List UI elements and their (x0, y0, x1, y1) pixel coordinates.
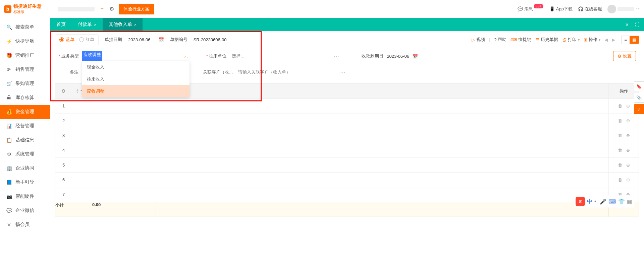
tag-tool-icon[interactable]: 🔖 (634, 81, 644, 91)
ime-punct-icon[interactable]: •, (594, 198, 598, 204)
sidebar-item-label: 营销推广 (15, 52, 34, 58)
copy-row-icon[interactable]: ⊕ (626, 133, 630, 138)
table-row[interactable]: 7 🗑 ⊕ (55, 187, 639, 202)
expand-tool-icon[interactable]: ⤢ (634, 104, 644, 114)
delete-row-icon[interactable]: 🗑 (618, 133, 622, 138)
sidebar-icon: ⚡ (6, 39, 12, 44)
video-button[interactable]: ▷视频 (472, 37, 485, 43)
sidebar-item[interactable]: 📋基础信息 (0, 133, 50, 147)
sidebar-item-label: 快捷导航 (15, 38, 34, 44)
table-settings-icon[interactable]: ⚙ (55, 84, 72, 98)
sidebar-item[interactable]: 🔍搜索菜单 (0, 20, 50, 34)
dropdown-option[interactable]: 往来收入 (82, 73, 190, 85)
sidebar-item[interactable]: V畅会员 (0, 218, 50, 232)
sidebar-item[interactable]: ⚡快捷导航 (0, 34, 50, 48)
ime-lang[interactable]: 中 (587, 198, 592, 205)
ime-grid-icon[interactable]: ▦ (627, 198, 632, 205)
view-card-icon[interactable]: ▦ (630, 36, 639, 44)
close-icon[interactable]: × (94, 22, 97, 27)
next-icon[interactable]: ▶ (612, 37, 615, 42)
more-icon[interactable]: ⋯ (334, 53, 340, 59)
help-button[interactable]: ?帮助 (494, 37, 506, 43)
view-toggle: ≡ ▦ (621, 36, 639, 44)
calendar-icon[interactable]: 📅 (413, 54, 418, 59)
user-menu[interactable]: ﹀ (607, 5, 640, 13)
sidebar-item[interactable]: 📊经营管理 (0, 119, 50, 133)
sidebar-item-label: 库存核算 (15, 95, 34, 101)
avatar (607, 5, 616, 13)
tenant-selector[interactable]: ﹀ (58, 6, 105, 12)
tab[interactable]: 首页 (50, 18, 72, 31)
tab[interactable]: 付款单× (72, 18, 103, 31)
delete-row-icon[interactable]: 🗑 (618, 103, 622, 108)
ime-logo-icon[interactable]: S (576, 197, 585, 206)
sidebar-item[interactable]: 🏛库存核算 (0, 91, 50, 105)
copy-row-icon[interactable]: ⊕ (626, 148, 630, 153)
messages-link[interactable]: 💬 消息 99+ (518, 6, 544, 12)
table-row[interactable]: 1 🗑 ⊕ (55, 98, 639, 113)
list-icon: ☰ (535, 37, 539, 42)
support-link[interactable]: 🎧 在线客服 (578, 6, 602, 12)
sidebar-icon: 🛒 (6, 81, 12, 86)
ime-mic-icon[interactable]: 🎤 (600, 198, 606, 205)
cta-button[interactable]: 体验行业方案 (119, 4, 154, 14)
radio-blue[interactable]: 蓝单 (59, 37, 74, 43)
calendar-icon[interactable]: 📅 (159, 37, 164, 42)
app-download-link[interactable]: 📱 App下载 (549, 6, 573, 12)
gear-icon[interactable]: ⚙ (109, 6, 114, 12)
table-row[interactable]: 3 🗑 ⊕ (55, 128, 639, 143)
unit-input[interactable] (230, 51, 330, 61)
sidebar-item[interactable]: 💰资金管理 (0, 105, 50, 119)
delete-row-icon[interactable]: 🗑 (618, 148, 622, 153)
sidebar-item[interactable]: 🎁营销推广 (0, 48, 50, 62)
table-row[interactable]: 6 🗑 ⊕ (55, 172, 639, 187)
settings-button[interactable]: ⚙ 设置 (613, 51, 636, 61)
delete-row-icon[interactable]: 🗑 (618, 177, 622, 182)
view-list-icon[interactable]: ≡ (622, 36, 630, 44)
ime-keyboard-icon[interactable]: ⌨ (608, 198, 616, 205)
delete-row-icon[interactable]: 🗑 (618, 118, 622, 123)
delete-row-icon[interactable]: 🗑 (618, 163, 622, 168)
rel-cust-input[interactable] (236, 67, 337, 77)
chevron-up-icon[interactable]: ︿ (184, 53, 188, 59)
expand-icon[interactable]: ⛶ (634, 21, 641, 29)
copy-row-icon[interactable]: ⊕ (626, 177, 630, 182)
dropdown-option[interactable]: 现金收入 (82, 61, 190, 73)
more-icon[interactable]: ⋯ (340, 69, 346, 76)
radio-red[interactable]: 红单 (79, 37, 94, 43)
hotkey-button[interactable]: ⌨快捷键 (511, 37, 531, 43)
prev-icon[interactable]: ◀ (604, 37, 608, 42)
sidebar-item[interactable]: 📘新手引导 (0, 175, 50, 189)
action-button[interactable]: ⊞操作▾ (584, 37, 600, 43)
table-row[interactable]: 2 🗑 ⊕ (55, 113, 639, 128)
biz-type-select[interactable]: 应收调整 (82, 51, 102, 61)
ime-skin-icon[interactable]: 👕 (618, 198, 625, 205)
row-index: 6 (55, 173, 72, 187)
play-icon: ▷ (472, 37, 475, 42)
copy-row-icon[interactable]: ⊕ (626, 118, 630, 123)
attach-tool-icon[interactable]: 📎 (634, 93, 644, 103)
due-date-value[interactable]: 2023-06-06 (387, 54, 409, 59)
table-row[interactable]: 5 🗑 ⊕ (55, 157, 639, 172)
sidebar-item[interactable]: 📷智能硬件 (0, 189, 50, 203)
print-button[interactable]: 🖨打印▾ (562, 37, 580, 43)
history-button[interactable]: ☰历史单据 (535, 37, 558, 43)
sidebar-item[interactable]: 🛍销售管理 (0, 62, 50, 77)
sidebar-item[interactable]: ⚙系统管理 (0, 147, 50, 161)
chevron-down-icon: ▾ (578, 38, 580, 42)
radio-dot-icon (59, 37, 64, 42)
close-tab-icon[interactable]: ✕ (624, 21, 630, 29)
dropdown-option[interactable]: 应收调整 (82, 85, 190, 97)
sidebar-item[interactable]: 🛒采购管理 (0, 77, 50, 91)
sidebar-item[interactable]: 💬企业微信 (0, 203, 50, 218)
tab[interactable]: 其他收入单× (103, 18, 143, 31)
logo-sub: 标准版 (13, 9, 42, 14)
copy-row-icon[interactable]: ⊕ (626, 163, 630, 168)
copy-row-icon[interactable]: ⊕ (626, 103, 630, 108)
doc-date-value[interactable]: 2023-06-06 (128, 37, 151, 42)
table-row[interactable]: 4 🗑 ⊕ (55, 143, 639, 157)
headset-icon: 🎧 (578, 6, 583, 11)
grid-icon: ⊞ (584, 37, 587, 42)
sidebar-item[interactable]: 🏢企业协同 (0, 161, 50, 175)
close-icon[interactable]: × (134, 22, 137, 27)
